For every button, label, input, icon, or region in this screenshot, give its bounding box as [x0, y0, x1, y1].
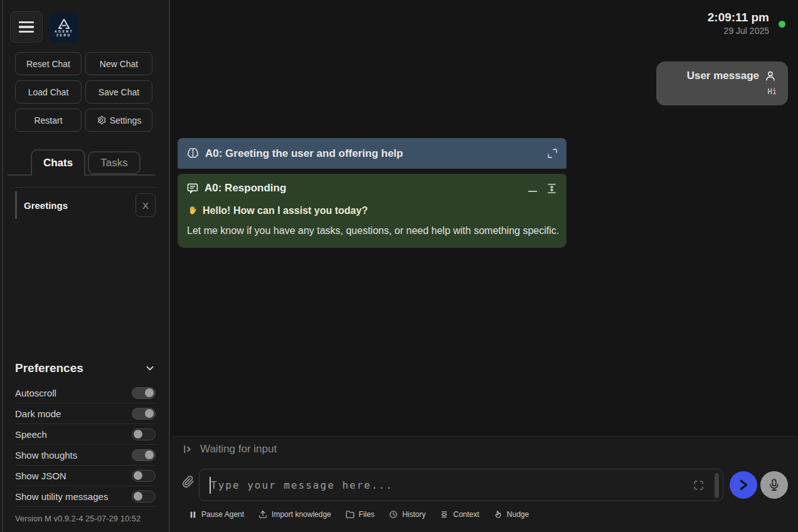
autoscroll-toggle[interactable]	[132, 387, 156, 399]
expand-height-icon[interactable]	[546, 183, 558, 194]
triangle-logo-icon	[57, 18, 71, 29]
user-message: User message Hi	[656, 61, 788, 105]
logo-text-line2: ZERO	[56, 33, 72, 37]
chevron-down-icon	[144, 363, 156, 374]
chat-bubble-icon	[186, 182, 199, 194]
show-json-toggle[interactable]	[132, 470, 156, 482]
pause-icon	[189, 511, 197, 519]
clock-time: 2:09:11 pm	[708, 11, 769, 24]
brain-icon	[186, 147, 200, 160]
agent-status-text: Waiting for input	[200, 443, 277, 455]
pause-agent-button[interactable]: Pause Agent	[189, 510, 244, 519]
nudge-hand-icon	[494, 510, 503, 519]
load-chat-button[interactable]: Load Chat	[15, 80, 82, 104]
preferences-title: Preferences	[15, 361, 83, 375]
agent-thought-title: A0: Greeting the user and offering help	[205, 147, 541, 160]
sidebar-scrollbar[interactable]	[2, 0, 3, 532]
dark-mode-toggle[interactable]	[132, 408, 156, 420]
chat-item-label: Greetings	[24, 200, 136, 211]
waiting-input-icon	[183, 444, 194, 455]
upload-icon	[258, 510, 267, 519]
agent-response-title: A0: Responding	[205, 182, 523, 194]
restart-button[interactable]: Restart	[15, 109, 82, 132]
online-status-dot	[779, 21, 785, 28]
pref-row-show-thoughts: Show thoughts	[15, 445, 156, 466]
attach-button[interactable]	[182, 474, 194, 490]
close-icon: X	[142, 200, 149, 211]
chat-list-item-greetings[interactable]: Greetings X	[15, 191, 156, 219]
import-knowledge-button[interactable]: Import knowledge	[258, 510, 331, 519]
pref-row-dark-mode: Dark mode	[15, 403, 156, 424]
input-scrollbar[interactable]	[715, 473, 719, 498]
send-arrow-icon	[737, 478, 750, 492]
reset-chat-button[interactable]: Reset Chat	[15, 52, 82, 75]
user-message-title: User message	[687, 70, 759, 82]
menu-button[interactable]	[10, 11, 43, 43]
agent-messages: A0: Greeting the user and offering help …	[178, 138, 567, 248]
gear-icon	[97, 115, 106, 125]
agent-thought-message: A0: Greeting the user and offering help	[178, 138, 567, 169]
fullscreen-input-icon[interactable]	[693, 480, 704, 491]
agent-status: Waiting for input	[183, 443, 277, 455]
tab-chats[interactable]: Chats	[31, 149, 85, 176]
agent-response-greeting: Hello! How can I assist you today?	[203, 205, 368, 216]
message-input-container	[199, 469, 723, 501]
pref-row-speech: Speech	[15, 424, 156, 445]
show-utility-toggle[interactable]	[132, 491, 156, 503]
pref-row-autoscroll: Autoscroll	[15, 383, 156, 403]
tab-tasks[interactable]: Tasks	[88, 151, 141, 174]
send-button[interactable]	[730, 471, 757, 499]
message-input[interactable]	[200, 469, 723, 501]
settings-button[interactable]: Settings	[85, 109, 152, 132]
hamburger-icon	[19, 21, 34, 24]
nudge-button[interactable]: Nudge	[494, 510, 529, 519]
folder-icon	[346, 510, 354, 519]
bottom-toolbar: Pause Agent Import knowledge Files Histo…	[189, 510, 529, 519]
agent-zero-logo: AGENT ZERO	[49, 13, 79, 43]
pref-row-show-utility: Show utility messages	[15, 486, 156, 507]
context-icon	[440, 510, 449, 519]
history-button[interactable]: History	[389, 510, 425, 519]
agent-response-body: Let me know if you have any tasks, quest…	[186, 225, 558, 237]
sidebar: AGENT ZERO Reset Chat New Chat Load Chat…	[0, 0, 170, 532]
context-button[interactable]: Context	[440, 510, 479, 519]
user-message-text: Hi	[668, 87, 777, 96]
microphone-icon	[767, 478, 781, 492]
expand-icon[interactable]	[547, 148, 558, 159]
agent-response-message: A0: Responding Hello! How can I a	[178, 174, 567, 248]
sidebar-tabs: Chats Tasks	[8, 149, 156, 176]
wave-emoji-icon	[187, 205, 198, 216]
chat-list-divider	[15, 187, 156, 188]
new-chat-button[interactable]: New Chat	[85, 52, 152, 75]
pref-row-show-json: Show JSON	[15, 466, 156, 486]
history-clock-icon	[389, 510, 398, 519]
save-chat-button[interactable]: Save Chat	[85, 80, 152, 104]
paperclip-icon	[182, 474, 194, 490]
input-panel: Waiting for input Pause Agen	[171, 436, 798, 532]
clock: 2:09:11 pm 29 Jul 2025	[708, 11, 769, 36]
clock-date: 29 Jul 2025	[708, 26, 769, 36]
preferences-header[interactable]: Preferences	[15, 361, 156, 375]
speech-toggle[interactable]	[132, 428, 156, 440]
version-label: Version M v0.9.2-4 25-07-29 10:52	[15, 514, 141, 523]
minimize-icon[interactable]	[528, 191, 537, 193]
show-thoughts-toggle[interactable]	[132, 449, 156, 461]
person-icon	[764, 70, 777, 82]
sidebar-button-grid: Reset Chat New Chat Load Chat Save Chat …	[15, 52, 152, 132]
files-button[interactable]: Files	[346, 510, 375, 519]
text-caret	[210, 477, 211, 494]
chat-close-button[interactable]: X	[136, 193, 156, 217]
preferences-list: Autoscroll Dark mode Speech Show thought…	[15, 383, 156, 507]
microphone-button[interactable]	[760, 471, 788, 499]
